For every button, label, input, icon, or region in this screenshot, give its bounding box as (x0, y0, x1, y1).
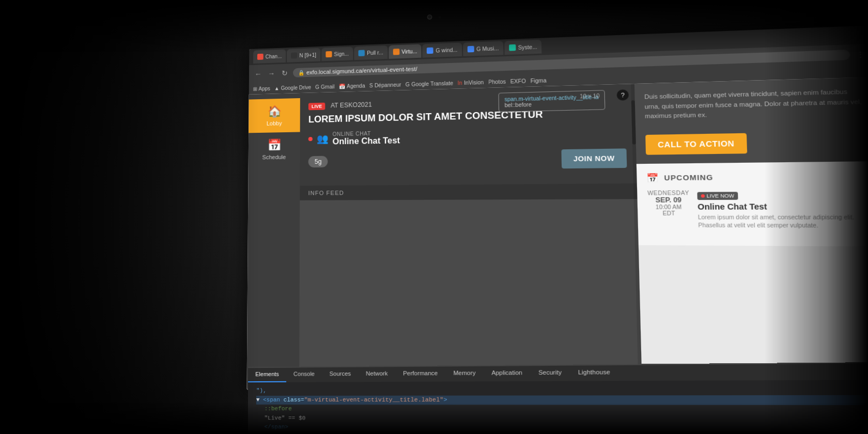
live-dot (701, 194, 705, 198)
tab-label: G wind... (436, 47, 457, 53)
lobby-label: Lobby (267, 120, 282, 126)
bookmark-icon: 📅 (339, 83, 345, 89)
cta-button[interactable]: CALL TO ACTION (645, 133, 747, 154)
bookmark-agenda[interactable]: 📅 Agenda (339, 83, 365, 89)
tab-syste[interactable]: Syste... (504, 40, 541, 55)
schedule-item: WEDNESDAY SEP. 09 10:00 AM EDT LIVE NOW … (647, 189, 868, 230)
devtools-tab-sources[interactable]: Sources (322, 367, 358, 382)
url-text: exfo.local.sigmund.ca/en/virtual-event-t… (306, 66, 417, 75)
devtools-tab-network[interactable]: Network (359, 367, 396, 382)
bookmark-apps[interactable]: ⊞ Apps (253, 85, 270, 91)
reload-button[interactable]: ↻ (280, 68, 290, 78)
join-button[interactable]: JOIN NOW (562, 148, 627, 168)
tab-label: N [9+1] (299, 52, 316, 58)
tab-favicon (509, 44, 516, 51)
upcoming-label: UPCOMING (664, 173, 713, 182)
tab-virtual[interactable]: Virtu... (389, 44, 422, 58)
devtools-tab-performance[interactable]: Performance (395, 366, 445, 381)
bookmark-label: Dépanneur (375, 82, 401, 88)
bookmark-exfo[interactable]: EXFO (510, 78, 526, 84)
tab-wind[interactable]: G wind... (423, 42, 462, 57)
webcam-area (427, 14, 441, 20)
bookmark-label: Google Translate (411, 80, 453, 87)
schedule-label: Schedule (262, 154, 286, 161)
bookmark-icon: G (315, 84, 319, 90)
event-timezone: EDT (647, 210, 690, 216)
sidebar-item-schedule[interactable]: 📅 Schedule (249, 132, 300, 166)
bookmark-gmail[interactable]: G Gmail (315, 84, 334, 90)
tab-label: G Musi... (476, 45, 499, 52)
code-line-1: "), (256, 384, 868, 395)
right-panel-upper: Duis sollicitudin, quam eget viverra tin… (634, 77, 868, 164)
bookmark-label: Apps (258, 85, 270, 91)
bookmark-drive[interactable]: ▲ Google Drive (274, 84, 311, 91)
devtools-tab-memory[interactable]: Memory (445, 366, 484, 382)
day-name: WEDNESDAY (647, 190, 690, 196)
event-date: WEDNESDAY SEP. 09 10:00 AM EDT (647, 190, 691, 229)
tooltip-dimensions: 10 × 10 (580, 93, 600, 100)
live-badge: LIVE (308, 103, 325, 111)
tab-label: Sign... (334, 51, 349, 57)
description-text: Duis sollicitudin, quam eget viverra tin… (644, 87, 864, 121)
inspector-tooltip: span.m-virtual-event-activity__title-la … (498, 90, 605, 112)
bookmark-label: Agenda (347, 83, 365, 89)
tab-label: Chan... (266, 53, 282, 59)
webcam-light (439, 16, 441, 19)
chat-info: ONLINE CHAT Online Chat Test (333, 130, 400, 146)
schedule-event-desc: Lorem ipsum dolor sit amet, consectetur … (698, 213, 868, 230)
bookmark-photos[interactable]: Photos (488, 79, 506, 85)
devtools-content: "), ▼ <span class="m-virtual-event-activ… (248, 380, 868, 434)
devtools-panel: Elements Console Sources Network Perform… (248, 362, 868, 434)
tab-pull[interactable]: Pull r... (354, 45, 388, 60)
bookmark-icon: In (458, 80, 462, 86)
info-feed-bar: INFO FEED (300, 183, 637, 200)
help-badge[interactable]: ? (617, 89, 629, 101)
tab-favicon (393, 49, 399, 55)
live-now-badge: LIVE NOW (697, 192, 738, 200)
bookmark-depanneur[interactable]: S Dépanneur (369, 82, 401, 88)
devtools-tab-application[interactable]: Application (484, 366, 531, 381)
tab-music[interactable]: G Musi... (463, 41, 503, 56)
bookmark-label: Figma (531, 78, 547, 84)
live-now-label: LIVE NOW (706, 193, 734, 198)
tab-notion[interactable]: N [9+1] (287, 48, 320, 63)
tab-favicon (257, 54, 264, 60)
tab-sign[interactable]: Sign... (321, 47, 353, 61)
chat-icon: 👥 (317, 133, 328, 145)
bookmark-label: Google Drive (281, 84, 311, 91)
devtools-tab-elements[interactable]: Elements (248, 368, 286, 382)
devtools-tab-console[interactable]: Console (286, 367, 322, 382)
code-line-2[interactable]: ▼ <span class="m-virtual-event-activity_… (256, 395, 868, 405)
upcoming-header: 📅 UPCOMING (646, 171, 867, 183)
event-subtitle: AT ESKO2021 (331, 101, 372, 109)
tab-favicon (359, 50, 365, 56)
back-button[interactable]: ← (253, 69, 264, 79)
devtools-tab-security[interactable]: Security (530, 366, 570, 381)
tab-label: Pull r... (367, 50, 383, 56)
devtools-tabs: Elements Console Sources Network Perform… (248, 363, 868, 382)
event-details: LIVE NOW Online Chat Test Lorem ipsum do… (697, 189, 868, 230)
tab-label-active: Virtu... (401, 48, 417, 54)
bookmark-translate[interactable]: G Google Translate (406, 80, 453, 87)
event-time: 10:00 AM (647, 204, 690, 210)
schedule-icon: 📅 (267, 138, 281, 152)
tab-favicon (326, 51, 332, 57)
chat-name: Online Chat Test (333, 136, 400, 146)
bookmark-icon: S (369, 83, 373, 88)
bookmark-icon: ⊞ (253, 86, 257, 91)
extensions-button[interactable]: ⋮ (854, 49, 867, 60)
browser-window: Chan... N [9+1] Sign... Pull r... Virtu.… (247, 25, 868, 415)
forward-button[interactable]: → (266, 68, 276, 79)
home-icon: 🏠 (267, 105, 281, 118)
webcam-dot (427, 14, 432, 20)
sidebar: 🏠 Lobby 📅 Schedule (247, 93, 300, 392)
bookmark-icon: ▲ (274, 85, 280, 91)
bookmark-figma[interactable]: Figma (531, 78, 547, 84)
sidebar-item-lobby[interactable]: 🏠 Lobby (249, 98, 300, 133)
tab-favicon (291, 52, 297, 58)
schedule-event-title: Online Chat Test (698, 202, 868, 211)
bookmark-invision[interactable]: In InVision (458, 79, 484, 86)
devtools-tab-lighthouse[interactable]: Lighthouse (570, 365, 619, 381)
tab-chan[interactable]: Chan... (253, 49, 286, 64)
main-content: span.m-virtual-event-activity__title-la … (299, 84, 642, 405)
